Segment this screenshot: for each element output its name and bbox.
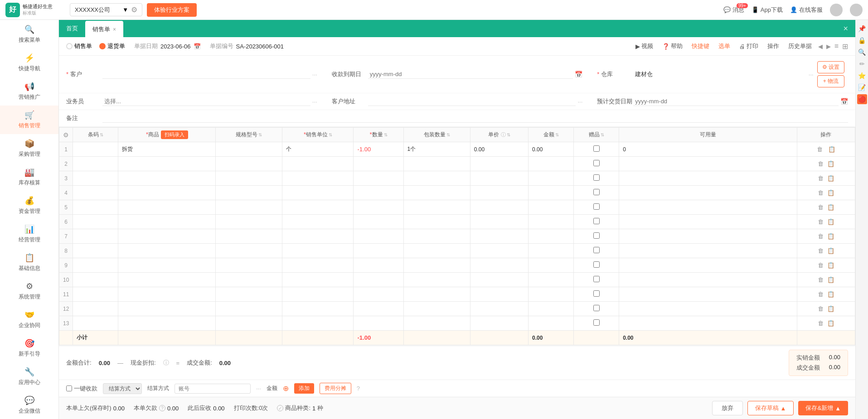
avatar[interactable] — [830, 4, 843, 16]
one-click-pay[interactable]: 一键收款 — [66, 385, 97, 393]
operation-cell-1[interactable]: 🗑 📋 — [797, 142, 855, 157]
payment-due-calendar-icon[interactable]: 📅 — [575, 71, 582, 78]
barcode-sort-icon[interactable]: ⇅ — [100, 132, 103, 137]
video-button[interactable]: ▶ 视频 — [633, 41, 656, 52]
nav-next-icon[interactable]: ▶ — [826, 43, 831, 50]
add-payment-button[interactable]: 添加 — [294, 383, 314, 394]
customer-addr-dots-icon[interactable]: ··· — [577, 98, 582, 105]
arrears-help-icon[interactable]: ? — [159, 405, 165, 411]
goods-type-check-icon[interactable]: ✓ — [277, 405, 283, 411]
amount-sort-icon[interactable]: ⇅ — [555, 132, 559, 137]
sidebar-item-guide[interactable]: 🎯 新手引导 — [0, 334, 58, 362]
view-list-icon[interactable]: ≡ — [834, 42, 839, 50]
tab-home[interactable]: 首页 — [59, 20, 85, 37]
view-grid-icon[interactable]: ⊞ — [842, 42, 848, 51]
right-panel-search-icon[interactable]: 🔍 — [857, 47, 867, 57]
notes-input[interactable] — [102, 114, 848, 123]
window-close-button[interactable]: × — [836, 24, 855, 34]
sidebar-item-finance[interactable]: 💰 资金管理 — [0, 191, 58, 220]
price-sort-icon[interactable]: ⇅ — [507, 132, 510, 137]
right-panel-note-icon[interactable]: 📝 — [857, 82, 867, 92]
unit-sort-icon[interactable]: ⇅ — [329, 132, 332, 137]
sidebar-item-wechat[interactable]: 💬 企业微信 — [0, 391, 58, 419]
pkg-qty-sort-icon[interactable]: ⇅ — [446, 132, 450, 137]
sidebar-item-app-center[interactable]: 🔧 应用中心 — [0, 362, 58, 391]
trial-button[interactable]: 体验行业方案 — [147, 3, 197, 17]
payment-due-input[interactable] — [368, 70, 573, 79]
operation-button[interactable]: 操作 — [765, 41, 782, 52]
sidebar-item-shortcut[interactable]: ⚡ 快捷导航 — [0, 48, 58, 77]
app-download-button[interactable]: 📱 App下载 — [752, 6, 783, 14]
sidebar-item-system[interactable]: ⚙ 系统管理 — [0, 277, 58, 305]
customer-addr-input[interactable] — [368, 97, 576, 106]
save-new-button[interactable]: 保存&新增 ▲ — [798, 401, 848, 415]
account-input[interactable] — [175, 384, 251, 394]
sidebar-item-enterprise[interactable]: 🤝 企业协同 — [0, 305, 58, 334]
save-draft-button[interactable]: 保存草稿 ▲ — [747, 401, 794, 415]
account-dots-icon[interactable]: ··· — [256, 385, 261, 392]
right-panel-alert-icon[interactable]: 🔴 — [857, 94, 867, 104]
expense-button[interactable]: 费用分摊 — [320, 383, 351, 394]
logistics-button[interactable]: + 物流 — [817, 75, 844, 87]
copy-icon-1[interactable]: 📋 — [828, 146, 835, 153]
radio-sales-order[interactable]: 销售单 — [66, 42, 92, 50]
help-button[interactable]: ❓ 帮助 — [659, 41, 685, 52]
shortcut-key-button[interactable]: 快捷键 — [689, 41, 712, 52]
warehouse-dots-icon[interactable]: ··· — [809, 71, 814, 78]
qty-cell-1[interactable]: -1.00 — [354, 142, 403, 157]
sidebar-item-inventory[interactable]: 🏭 库存核算 — [0, 163, 58, 191]
delete-icon-1[interactable]: 🗑 — [817, 146, 823, 153]
company-selector[interactable]: XXXXXX公司 ▼ ⚙ — [70, 3, 142, 16]
history-button[interactable]: 历史单据 — [786, 41, 815, 52]
one-click-checkbox[interactable] — [66, 385, 72, 391]
price-cell-1[interactable]: 0.00 — [470, 142, 528, 157]
right-panel-pin-icon[interactable]: 📌 — [857, 24, 867, 34]
gift-checkbox-2[interactable] — [593, 160, 600, 166]
unit-cell-1[interactable]: 个 — [282, 142, 354, 157]
tab-close-icon[interactable]: × — [113, 26, 116, 33]
radio-return-order[interactable]: 退货单 — [99, 42, 125, 50]
expected-date-input[interactable] — [633, 97, 839, 106]
grid-settings-icon[interactable]: ⚙ — [63, 131, 69, 139]
print-button[interactable]: 🖨 打印 — [737, 41, 761, 52]
add-circle-icon[interactable]: ⊕ — [283, 384, 289, 393]
price-info-icon[interactable]: ⓘ — [501, 132, 506, 137]
right-panel-star-icon[interactable]: ⭐ — [857, 71, 867, 81]
settings-icon[interactable]: ⚙ — [131, 5, 137, 14]
online-service-button[interactable]: 👤 在线客服 — [790, 6, 823, 14]
gift-cell-1[interactable] — [574, 142, 619, 157]
right-panel-edit-icon[interactable]: ✏ — [857, 59, 867, 69]
calendar-icon[interactable]: 📅 — [194, 43, 201, 50]
product-cell-1[interactable]: 拆货 — [118, 142, 216, 157]
sidebar-item-sales[interactable]: 🛒 销售管理 — [0, 106, 58, 134]
avatar-2[interactable] — [850, 4, 863, 16]
barcode-cell-1[interactable] — [73, 142, 118, 157]
amount-cell-1[interactable]: 0.00 — [528, 142, 573, 157]
sidebar-item-marketing[interactable]: 📢 营销推广 — [0, 77, 58, 106]
sidebar-item-basic-info[interactable]: 📋 基础信息 — [0, 248, 58, 277]
discard-button[interactable]: 放弃 — [712, 401, 743, 415]
message-button[interactable]: 💬 消息 99+ — [723, 6, 744, 14]
payment-help-icon[interactable]: ? — [357, 385, 360, 392]
select-button[interactable]: 选单 — [716, 41, 733, 52]
expected-date-calendar-icon[interactable]: 📅 — [840, 98, 848, 105]
tab-sales-order[interactable]: 销售单 × — [85, 21, 123, 38]
gift-checkbox-1[interactable] — [593, 145, 600, 152]
customer-input[interactable] — [102, 70, 310, 79]
settings-button[interactable]: ⚙ 设置 — [817, 61, 844, 73]
sidebar-item-operations[interactable]: 📊 经营管理 — [0, 220, 58, 248]
pay-method-select[interactable]: 结算方式 — [103, 383, 142, 394]
right-panel-lock-icon[interactable]: 🔒 — [857, 35, 867, 45]
scan-button[interactable]: 扫码录入 — [161, 130, 188, 139]
spec-sort-icon[interactable]: ⇅ — [258, 132, 262, 137]
delete-icon-2[interactable]: 🗑 — [818, 160, 824, 167]
sidebar-item-search[interactable]: 🔍 搜索菜单 — [0, 20, 58, 48]
salesperson-input[interactable] — [102, 97, 310, 106]
salesperson-dots-icon[interactable]: ··· — [312, 98, 317, 105]
gift-sort-icon[interactable]: ⇅ — [601, 132, 604, 137]
nav-prev-icon[interactable]: ◀ — [818, 43, 823, 50]
customer-dots-icon[interactable]: ··· — [312, 71, 317, 78]
info-icon[interactable]: ⓘ — [163, 359, 169, 367]
pkg-qty-cell-1[interactable]: 1个 — [403, 142, 470, 157]
spec-cell-1[interactable] — [216, 142, 282, 157]
